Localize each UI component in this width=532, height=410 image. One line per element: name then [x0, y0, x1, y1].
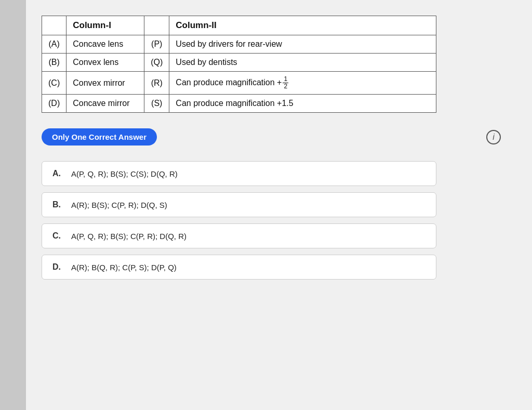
col1-label: (D) — [42, 95, 66, 113]
table-row: (C)Convex mirror(R)Can produce magnifica… — [42, 72, 436, 95]
col2-label: (S) — [144, 95, 169, 113]
option-row[interactable]: C.A(P, Q, R); B(S); C(P, R); D(Q, R) — [42, 223, 436, 248]
col2-label: (Q) — [144, 54, 169, 72]
col2-text: Used by dentists — [169, 54, 436, 72]
option-text: A(R); B(S); C(P, R); D(Q, S) — [71, 201, 167, 209]
option-label: D. — [52, 262, 63, 272]
col2-text: Can produce magnification +1.5 — [169, 95, 436, 113]
col1-text: Convex lens — [66, 54, 144, 72]
col1-label: (C) — [42, 72, 66, 95]
table-row: (A)Concave lens(P)Used by drivers for re… — [42, 35, 436, 54]
col1-text: Convex mirror — [66, 72, 144, 95]
option-row[interactable]: D.A(R); B(Q, R); C(P, S); D(P, Q) — [42, 255, 436, 280]
fraction: 12 — [283, 76, 288, 90]
empty-header — [42, 16, 66, 35]
left-panel — [0, 0, 26, 410]
col2-header: Column-II — [169, 16, 436, 35]
badge-container: Only One Correct Answer i — [42, 128, 501, 146]
option-label: B. — [52, 200, 63, 209]
empty-header2 — [144, 16, 169, 35]
content-area: Column-I Column-II (A)Concave lens(P)Use… — [42, 16, 501, 280]
option-label: A. — [52, 169, 63, 178]
col1-header: Column-I — [66, 16, 144, 35]
table-row: (D)Concave mirror(S)Can produce magnific… — [42, 95, 436, 113]
main-container: Column-I Column-II (A)Concave lens(P)Use… — [0, 0, 532, 410]
col1-text: Concave mirror — [66, 95, 144, 113]
table-row: (B)Convex lens(Q)Used by dentists — [42, 54, 436, 72]
options-container: A.A(P, Q, R); B(S); C(S); D(Q, R)B.A(R);… — [42, 161, 436, 280]
answer-type-badge: Only One Correct Answer — [42, 128, 157, 146]
col1-text: Concave lens — [66, 35, 144, 54]
option-row[interactable]: A.A(P, Q, R); B(S); C(S); D(Q, R) — [42, 161, 436, 186]
col2-text: Can produce magnification +12 — [169, 72, 436, 95]
option-label: C. — [52, 231, 63, 241]
match-table: Column-I Column-II (A)Concave lens(P)Use… — [42, 16, 436, 113]
col2-label: (P) — [144, 35, 169, 54]
option-row[interactable]: B.A(R); B(S); C(P, R); D(Q, S) — [42, 192, 436, 217]
option-text: A(P, Q, R); B(S); C(S); D(Q, R) — [71, 169, 178, 178]
col1-label: (B) — [42, 54, 66, 72]
option-text: A(P, Q, R); B(S); C(P, R); D(Q, R) — [71, 232, 187, 241]
info-icon[interactable]: i — [486, 130, 501, 144]
option-text: A(R); B(Q, R); C(P, S); D(P, Q) — [71, 263, 177, 272]
col2-text: Used by drivers for rear-view — [169, 35, 436, 54]
col1-label: (A) — [42, 35, 66, 54]
col2-label: (R) — [144, 72, 169, 95]
